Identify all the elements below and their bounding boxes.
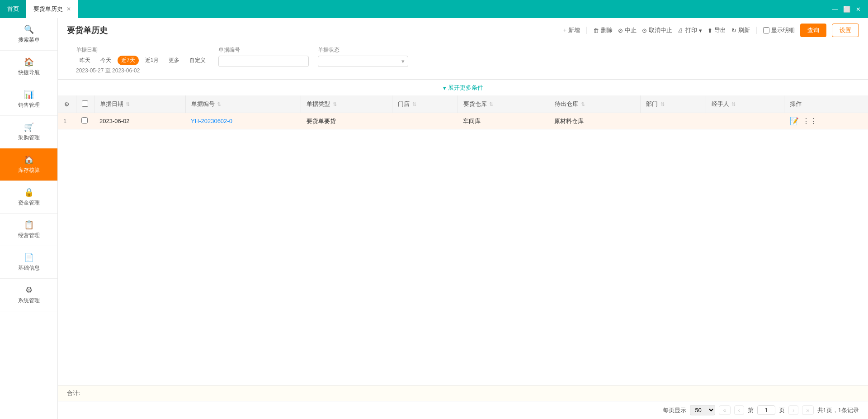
row-checkbox[interactable]	[76, 113, 94, 129]
operations-icon: 📋	[24, 220, 34, 230]
th-store[interactable]: 门店 ⇅	[392, 95, 458, 113]
sidebar-item-label: 搜索菜单	[18, 36, 40, 44]
pill-custom[interactable]: 自定义	[186, 56, 209, 65]
data-table: ⚙ 单据日期 ⇅ 单据编号 ⇅ 单据类型 ⇅ 门店 ⇅ 要货仓库 ⇅ 待出仓库 …	[58, 95, 868, 129]
row-select-checkbox[interactable]	[81, 117, 88, 124]
sort-billtype-icon: ⇅	[333, 101, 337, 107]
bill-no-link[interactable]: YH-20230602-0	[191, 118, 232, 124]
table-header-row: ⚙ 单据日期 ⇅ 单据编号 ⇅ 单据类型 ⇅ 门店 ⇅ 要货仓库 ⇅ 待出仓库 …	[58, 95, 868, 113]
sort-date-icon: ⇅	[126, 101, 130, 107]
expand-icon: ▾	[443, 85, 446, 91]
pill-today[interactable]: 今天	[97, 56, 115, 65]
th-req-warehouse[interactable]: 要货仓库 ⇅	[458, 95, 549, 113]
more-row-icon[interactable]: ⋮⋮	[802, 117, 817, 125]
th-department[interactable]: 部门 ⇅	[641, 95, 706, 113]
settings-button[interactable]: 设置	[832, 24, 859, 37]
new-button[interactable]: + 新增	[563, 26, 580, 34]
bill-no-label: 单据编号	[218, 46, 309, 54]
page-unit: 页	[779, 406, 785, 414]
export-label: 导出	[714, 26, 726, 34]
first-page-btn[interactable]: «	[719, 405, 730, 415]
tab-list: 首页 要货单历史 ✕	[0, 0, 832, 18]
sidebar-item-basic-info[interactable]: 📄 基础信息	[0, 246, 57, 279]
refresh-label: 刷新	[738, 26, 750, 34]
th-bill-type[interactable]: 单据类型 ⇅	[301, 95, 392, 113]
sidebar-item-purchase[interactable]: 🛒 采购管理	[0, 116, 57, 148]
select-all-checkbox[interactable]	[82, 100, 88, 107]
cancel-stop-button[interactable]: ⊙ 取消中止	[642, 26, 672, 34]
bill-no-input[interactable]	[218, 56, 309, 67]
basic-info-icon: 📄	[24, 252, 34, 262]
sort-store-icon: ⇅	[412, 101, 416, 107]
th-handler[interactable]: 经手人 ⇅	[706, 95, 784, 113]
print-button[interactable]: 🖨 打印 ▾	[678, 26, 702, 34]
refresh-button[interactable]: ↻ 刷新	[731, 26, 750, 34]
sort-reqwh-icon: ⇅	[489, 101, 493, 107]
cancel-stop-icon: ⊙	[642, 27, 647, 34]
delete-label: 删除	[601, 26, 613, 34]
window-minimize[interactable]: —	[832, 6, 838, 13]
th-date[interactable]: 单据日期 ⇅	[94, 95, 185, 113]
tab-close-icon[interactable]: ✕	[66, 6, 71, 12]
table-footer: 合计:	[58, 385, 868, 401]
bill-no-filter-group: 单据编号	[218, 46, 309, 67]
pagination: 每页显示 50 100 200 « ‹ 第 页 › » 共1页，1条记录	[58, 401, 868, 419]
th-bill-no[interactable]: 单据编号 ⇅	[185, 95, 301, 113]
sidebar-item-search-menu[interactable]: 🔍 搜索菜单	[0, 18, 57, 51]
divider2	[756, 27, 757, 34]
tab-bill-history[interactable]: 要货单历史 ✕	[26, 0, 78, 18]
th-pending-warehouse[interactable]: 待出仓库 ⇅	[549, 95, 640, 113]
sidebar-item-label: 快捷导航	[18, 69, 40, 76]
per-page-label: 每页显示	[663, 406, 686, 414]
sidebar-item-label: 资金管理	[18, 199, 40, 207]
query-button[interactable]: 查询	[800, 24, 826, 37]
search-menu-icon: 🔍	[24, 24, 34, 34]
export-icon: ⬆	[708, 27, 712, 34]
sidebar-item-label: 经营管理	[18, 232, 40, 239]
window-close[interactable]: ✕	[856, 6, 861, 13]
date-range-display: 2023-05-27 至 2023-06-02	[76, 67, 209, 75]
row-req-warehouse: 车间库	[458, 113, 549, 129]
sidebar-item-finance[interactable]: 🔒 资金管理	[0, 181, 57, 214]
row-pending-warehouse: 原材料仓库	[549, 113, 640, 129]
display-detail-button[interactable]: 显示明细	[763, 26, 795, 34]
tab-home-label: 首页	[7, 5, 19, 13]
edit-row-icon[interactable]: 📝	[790, 117, 799, 125]
sidebar-item-quick-nav[interactable]: 🏠 快捷导航	[0, 51, 57, 83]
th-settings[interactable]: ⚙	[58, 95, 76, 113]
sidebar-item-system[interactable]: ⚙ 系统管理	[0, 279, 57, 311]
stop-icon: ⊘	[618, 27, 623, 34]
inventory-icon: 🏠	[24, 155, 34, 165]
table-container: ⚙ 单据日期 ⇅ 单据编号 ⇅ 单据类型 ⇅ 门店 ⇅ 要货仓库 ⇅ 待出仓库 …	[58, 95, 868, 385]
tab-home[interactable]: 首页	[0, 0, 26, 18]
sidebar-item-label: 销售管理	[18, 101, 40, 109]
window-maximize[interactable]: ⬜	[843, 6, 850, 13]
pill-more[interactable]: 更多	[165, 56, 183, 65]
expand-more-btn[interactable]: ▾ 展开更多条件	[58, 80, 868, 95]
display-detail-checkbox[interactable]	[763, 27, 769, 33]
content-area: 要货单历史 + 新增 🗑 删除 ⊘ 中止 ⊙	[58, 18, 868, 419]
last-page-btn[interactable]: »	[802, 405, 813, 415]
delete-button[interactable]: 🗑 删除	[593, 26, 613, 34]
page-number-input[interactable]	[757, 405, 775, 415]
print-label: 打印	[685, 26, 697, 34]
sidebar-item-operations[interactable]: 📋 经营管理	[0, 214, 57, 246]
prev-page-btn[interactable]: ‹	[734, 405, 744, 415]
purchase-icon: 🛒	[24, 122, 34, 132]
stop-button[interactable]: ⊘ 中止	[618, 26, 637, 34]
status-filter-group: 单据状态	[318, 46, 408, 67]
export-button[interactable]: ⬆ 导出	[708, 26, 726, 34]
sidebar: 🔍 搜索菜单 🏠 快捷导航 📊 销售管理 🛒 采购管理 🏠 库存核算 🔒 资金管…	[0, 18, 58, 419]
pill-yesterday[interactable]: 昨天	[76, 56, 94, 65]
page-title-row: 要货单历史 + 新增 🗑 删除 ⊘ 中止 ⊙	[67, 24, 859, 37]
next-page-btn[interactable]: ›	[788, 405, 798, 415]
th-checkbox[interactable]	[76, 95, 94, 113]
status-select[interactable]	[318, 56, 408, 67]
sidebar-item-sales[interactable]: 📊 销售管理	[0, 83, 57, 116]
pill-7days[interactable]: 近7天	[118, 56, 139, 65]
per-page-select[interactable]: 50 100 200	[690, 405, 715, 415]
row-bill-no[interactable]: YH-20230602-0	[185, 113, 301, 129]
sidebar-item-inventory[interactable]: 🏠 库存核算	[0, 148, 57, 181]
print-icon: 🖨	[678, 27, 684, 34]
pill-1month[interactable]: 近1月	[142, 56, 163, 65]
